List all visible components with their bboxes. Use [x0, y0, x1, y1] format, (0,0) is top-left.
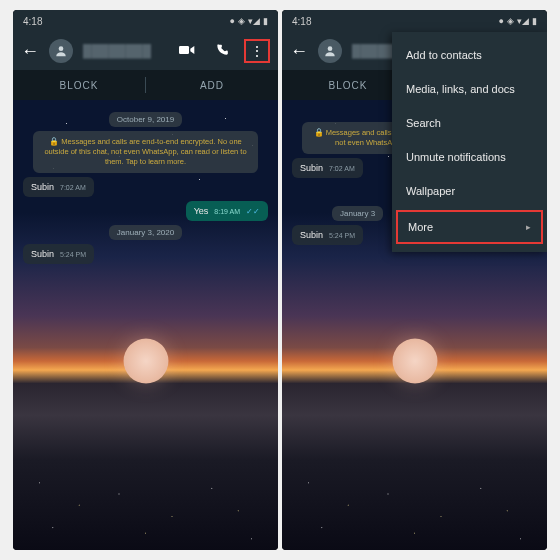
video-call-icon[interactable] [174, 43, 200, 59]
avatar[interactable] [49, 39, 73, 63]
menu-add-contacts[interactable]: Add to contacts [392, 38, 547, 72]
menu-wallpaper[interactable]: Wallpaper [392, 174, 547, 208]
menu-media[interactable]: Media, links, and docs [392, 72, 547, 106]
chat-messages[interactable]: October 9, 2019 🔒Messages and calls are … [13, 100, 278, 550]
message-incoming[interactable]: Subin5:24 PM [23, 244, 94, 264]
back-icon[interactable]: ← [290, 41, 308, 62]
message-incoming[interactable]: Subin7:02 AM [292, 158, 363, 178]
date-badge: January 3, 2020 [109, 225, 182, 240]
contact-name[interactable]: ████████ [83, 44, 164, 58]
lock-icon: 🔒 [314, 128, 324, 137]
lock-icon: 🔒 [49, 137, 59, 146]
encryption-notice[interactable]: 🔒Messages and calls are end-to-end encry… [33, 131, 258, 173]
date-badge: January 3 [332, 206, 383, 221]
more-options-icon[interactable]: ⋮ [244, 39, 270, 63]
status-time: 4:18 [292, 16, 311, 27]
date-badge: October 9, 2019 [109, 112, 182, 127]
status-icons: ●◈▾◢▮ [230, 16, 268, 26]
svg-rect-1 [179, 46, 189, 54]
status-time: 4:18 [23, 16, 42, 27]
message-incoming[interactable]: Subin5:24 PM [292, 225, 363, 245]
menu-search[interactable]: Search [392, 106, 547, 140]
chat-header: ← ████████ ⋮ [13, 32, 278, 70]
phone-screenshot-right: 4:18 ●◈▾◢▮ ← ████████ BLOCK ADD 🔒Message… [282, 10, 547, 550]
action-tabs: BLOCK ADD [13, 70, 278, 100]
menu-unmute[interactable]: Unmute notifications [392, 140, 547, 174]
menu-more[interactable]: More▸ [396, 210, 543, 244]
avatar[interactable] [318, 39, 342, 63]
status-bar: 4:18 ●◈▾◢▮ [282, 10, 547, 32]
svg-point-2 [328, 46, 333, 51]
status-icons: ●◈▾◢▮ [499, 16, 537, 26]
add-tab[interactable]: ADD [146, 80, 278, 91]
voice-call-icon[interactable] [210, 43, 234, 60]
options-menu: Add to contacts Media, links, and docs S… [392, 32, 547, 252]
read-ticks-icon: ✓✓ [246, 207, 260, 216]
block-tab[interactable]: BLOCK [13, 80, 145, 91]
message-incoming[interactable]: Subin7:02 AM [23, 177, 94, 197]
svg-point-0 [59, 46, 64, 51]
message-outgoing[interactable]: Yes8:19 AM✓✓ [186, 201, 268, 221]
status-bar: 4:18 ●◈▾◢▮ [13, 10, 278, 32]
phone-screenshot-left: 4:18 ●◈▾◢▮ ← ████████ ⋮ BLOCK ADD Octobe… [13, 10, 278, 550]
back-icon[interactable]: ← [21, 41, 39, 62]
chevron-right-icon: ▸ [526, 222, 531, 232]
